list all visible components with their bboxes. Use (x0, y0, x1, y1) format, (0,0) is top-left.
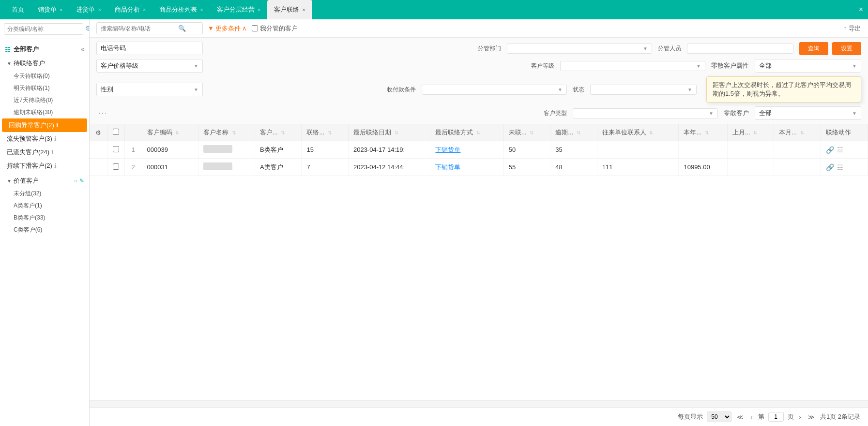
col-customer-code[interactable]: 客户编码 ⇅ (142, 124, 198, 141)
sidebar-collapse-btn[interactable]: « (81, 46, 84, 53)
grid-icon: ☷ (5, 46, 11, 53)
nav-product-analysis-list[interactable]: 商品分析列表 × (152, 0, 210, 19)
col-settings[interactable]: ⚙ (90, 124, 107, 141)
row2-code[interactable]: 000031 (142, 159, 198, 176)
nav-home[interactable]: 首页 (5, 0, 31, 19)
col-customer-name[interactable]: 客户名称 ⇅ (198, 124, 255, 141)
select-all-checkbox[interactable] (113, 129, 119, 135)
current-page-input[interactable] (768, 412, 784, 422)
retail-customer-arrow: ▼ (852, 111, 857, 116)
nav-customer-contact[interactable]: 客户联络 × (267, 0, 312, 19)
nav-customer-tier[interactable]: 客户分层经营 × (210, 0, 267, 19)
customer-level-arrow: ▼ (696, 63, 701, 69)
sidebar-item-churn-warning[interactable]: 流失预警客户(3) ℹ (0, 132, 89, 146)
row2-uncontacted: 55 (503, 159, 550, 176)
sidebar-item-overdue[interactable]: 逾期未联络(30) (0, 106, 89, 118)
phone-field[interactable]: 电话号码 (96, 42, 203, 55)
my-customers-checkbox[interactable] (252, 25, 258, 31)
retail-customer-field[interactable]: 全部 ▼ (755, 106, 861, 120)
retail-attr-field[interactable]: 全部 ▼ (755, 59, 861, 73)
col-this-month[interactable]: 本月... ⇅ (774, 124, 821, 141)
branch-dept-field[interactable]: ▼ (507, 44, 652, 54)
row2-action-link[interactable]: 🔗 (826, 163, 834, 171)
sidebar-item-b-class[interactable]: B类客户(33) (0, 212, 89, 224)
col-overdue[interactable]: 逾期... ⇅ (550, 124, 597, 141)
col-this-year[interactable]: 本年... ⇅ (679, 124, 727, 141)
nav-sales-order-close[interactable]: × (60, 7, 62, 13)
col-last-contact-method[interactable]: 最后联络方式 ⇅ (430, 124, 503, 141)
sidebar-group-value[interactable]: ▼ 价值客户 ○ ✎ (0, 173, 89, 188)
nav-product-analysis[interactable]: 商品分析 × (108, 0, 152, 19)
settings-icon-value[interactable]: ✎ (79, 177, 84, 184)
payment-field[interactable]: ▼ (422, 85, 567, 95)
row1-code[interactable]: 000039 (142, 141, 198, 159)
info-icon-4: ℹ (54, 162, 57, 169)
sidebar-item-c-class[interactable]: C类客户(6) (0, 224, 89, 236)
nav-purchase-order-close[interactable]: × (98, 7, 101, 13)
row2-select[interactable] (113, 163, 119, 170)
nav-sales-order[interactable]: 销货单 × (31, 0, 69, 19)
row1-action-grid[interactable]: ☷ (837, 146, 843, 154)
sort-date-icon: ⇅ (395, 130, 398, 135)
row1-select[interactable] (113, 146, 119, 152)
next-page-btn[interactable]: › (798, 413, 803, 421)
last-page-btn[interactable]: ≫ (807, 413, 816, 421)
table-row: 1 000039 B类客户 15 2023-04-17 14:19: 下销货单 … (90, 141, 868, 159)
sidebar-item-7days[interactable]: 近7天待联络(0) (0, 94, 89, 106)
page-size-label: 每页显示 (678, 412, 703, 421)
table-scroll[interactable]: ⚙ 客户编码 ⇅ 客户名称 ⇅ (90, 124, 868, 400)
gender-field[interactable]: 性别 ▼ (96, 83, 203, 96)
sidebar-item-today[interactable]: 今天待联络(0) (0, 70, 89, 82)
settings-button[interactable]: 设置 (832, 42, 861, 55)
nav-product-analysis-close[interactable]: × (143, 7, 146, 13)
col-last-contact-date[interactable]: 最后联络日期 ⇅ (348, 124, 430, 141)
row2-checkbox (107, 159, 124, 176)
col-uncontacted[interactable]: 未联... ⇅ (503, 124, 550, 141)
nav-customer-contact-close[interactable]: × (302, 7, 305, 13)
row1-action-link[interactable]: 🔗 (826, 146, 834, 154)
my-customers-filter[interactable]: 我分管的客户 (252, 24, 298, 33)
status-field[interactable]: ▼ (590, 85, 697, 95)
nav-purchase-order[interactable]: 进货单 × (69, 0, 107, 19)
page-size-select[interactable]: 50 100 200 (707, 411, 731, 422)
query-button[interactable]: 查询 (799, 42, 828, 55)
sidebar-search-input[interactable] (4, 23, 83, 35)
col-contact-count[interactable]: 联络... ⇅ (302, 124, 349, 141)
payment-label: 收付款条件 (387, 86, 416, 94)
col-customer-type[interactable]: 客户... ⇅ (255, 124, 302, 141)
customer-level-field[interactable]: ▼ (560, 61, 705, 71)
row2-action-grid[interactable]: ☷ (837, 163, 843, 171)
sidebar-search-icon[interactable]: 🔍 (85, 26, 90, 33)
col-last-month[interactable]: 上月... ⇅ (727, 124, 774, 141)
sidebar-item-a-class[interactable]: A类客户(1) (0, 200, 89, 212)
retail-customer-label: 零散客户 (724, 109, 749, 118)
search-icon[interactable]: 🔍 (178, 25, 186, 32)
sidebar-item-declining[interactable]: 持续下滑客户(2) ℹ (0, 159, 89, 173)
more-button[interactable]: ··· (96, 109, 109, 118)
price-level-field[interactable]: 客户价格等级 ▼ (96, 59, 203, 73)
export-button[interactable]: ↑ 导出 (844, 24, 862, 33)
sidebar-item-churned[interactable]: 已流失客户(24) ℹ (0, 146, 89, 159)
sidebar-group-pending[interactable]: ▼ 待联络客户 (0, 57, 89, 70)
nav-product-analysis-list-close[interactable]: × (200, 7, 203, 13)
customer-type-field[interactable]: ▼ (573, 108, 718, 118)
nav-customer-tier-close[interactable]: × (258, 7, 260, 13)
filter-bar: 🔍 ▼ 更多条件 ∧ 我分管的客户 ↑ 导出 (90, 19, 868, 38)
row1-name[interactable] (198, 141, 255, 159)
branch-person-field[interactable]: ... (687, 44, 793, 54)
col-actions: 联络动作 (821, 124, 868, 141)
more-conditions-btn[interactable]: ▼ 更多条件 ∧ (208, 24, 247, 33)
sidebar-all-customers[interactable]: ☷ 全部客户 « (0, 42, 89, 57)
row2-name[interactable] (198, 159, 255, 176)
window-close-button[interactable]: × (859, 5, 863, 14)
row1-this-month (774, 141, 821, 159)
prev-page-btn[interactable]: ‹ (749, 413, 754, 421)
col-company-contact[interactable]: 往来单位联系人 ⇅ (597, 124, 679, 141)
sidebar-item-ungrouped[interactable]: 未分组(32) (0, 188, 89, 200)
edit-icon-value[interactable]: ○ (74, 177, 77, 184)
sidebar-item-abnormal-repurchase[interactable]: 回购异常客户(2) ℹ (2, 118, 87, 132)
horizontal-scrollbar[interactable] (90, 400, 868, 407)
search-input[interactable] (101, 25, 178, 32)
first-page-btn[interactable]: ≪ (735, 413, 745, 421)
sidebar-item-tomorrow[interactable]: 明天待联络(1) (0, 82, 89, 94)
